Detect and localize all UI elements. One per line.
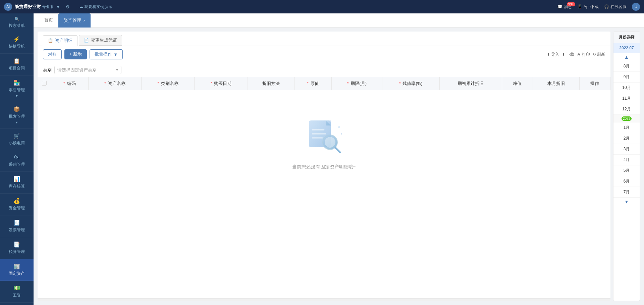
tab-home[interactable]: 首页 — [39, 13, 58, 28]
filter-select[interactable]: 请选择固定资产类别 — [54, 66, 121, 74]
th-net-value: 净值 — [502, 77, 533, 90]
sidebar-item-project[interactable]: 📋 项目合同 — [0, 54, 34, 75]
import-button[interactable]: ⬇ 导入 — [547, 52, 559, 57]
sidebar-item-inventory[interactable]: 📊 库存核算 — [0, 172, 34, 194]
voucher-tab-icon: 📄 — [84, 38, 89, 43]
month-panel-scroll-down[interactable]: ▼ — [613, 198, 640, 206]
sub-tab-detail[interactable]: 📋 资产明细 — [43, 35, 77, 46]
svg-point-7 — [325, 137, 335, 148]
filter-label: 类别 — [43, 67, 52, 73]
top-bar: Ai 畅捷通好业财 专业版 ▼ ⚙ ☁ 我要看实例演示 💬 消息 99+ 📱 A… — [0, 0, 644, 13]
add-new-button[interactable]: + 新增 — [64, 49, 87, 59]
month-item-1[interactable]: 1月 — [613, 122, 640, 133]
print-button[interactable]: 🖨 打印 — [577, 52, 590, 57]
toolbar: 对账 + 新增 批量操作 ▼ ⬇ 导入 ⬇ 下载 — [38, 46, 610, 63]
year-badge: 2023 — [622, 116, 632, 121]
sidebar-item-invoice[interactable]: 🧾 发票管理 — [0, 215, 34, 237]
sidebar-item-assets[interactable]: 🏢 固定资产 — [0, 259, 34, 281]
batch-ops-button[interactable]: 批量操作 ▼ — [90, 49, 123, 59]
required-mark: * — [104, 81, 106, 86]
month-item-2[interactable]: 2月 — [613, 133, 640, 144]
download-icon: ⬇ — [562, 52, 565, 57]
toolbar-actions: ⬇ 导入 ⬇ 下载 🖨 打印 ↻ 刷新 — [547, 52, 605, 57]
app-download-button[interactable]: 📱 App下载 — [577, 4, 599, 10]
message-badge: 99+ — [567, 2, 575, 6]
required-mark: * — [63, 81, 65, 86]
required-mark: * — [157, 81, 159, 86]
month-item-5[interactable]: 5月 — [613, 165, 640, 176]
download-icon: 📱 — [577, 4, 582, 9]
filter-select-wrapper: 请选择固定资产类别 — [54, 66, 121, 74]
month-item-11[interactable]: 11月 — [613, 93, 640, 104]
download-button[interactable]: ⬇ 下载 — [562, 52, 574, 57]
required-mark: * — [307, 81, 309, 86]
month-item-12[interactable]: 12月 — [613, 104, 640, 115]
th-checkbox — [38, 77, 51, 90]
sidebar-item-salary[interactable]: 💵 工资 — [0, 281, 34, 303]
header-checkbox[interactable] — [42, 81, 47, 86]
sidebar-item-retail[interactable]: 🏪 零售管理 ▼ — [0, 75, 34, 102]
th-residual-rate: * 残值率(%) — [382, 77, 439, 90]
assets-table: * 编码 * 资产名称 * 类别名称 — [38, 77, 610, 197]
month-panel-current[interactable]: 2022.07 — [613, 43, 640, 53]
sub-tab-voucher[interactable]: 📄 变更生成凭证 — [79, 35, 122, 46]
expand-icon: ▼ — [15, 94, 18, 98]
svg-line-8 — [335, 148, 340, 152]
sidebar-item-wholesale[interactable]: 📦 批发管理 ▼ — [0, 102, 34, 129]
month-item-3[interactable]: 3月 — [613, 144, 640, 155]
detail-tab-icon: 📋 — [48, 38, 53, 43]
salary-icon: 💵 — [13, 285, 20, 291]
th-period: * 期限(月) — [332, 77, 382, 90]
month-item-10[interactable]: 10月 — [613, 83, 640, 93]
top-bar-left: Ai 畅捷通好业财 专业版 ▼ ⚙ ☁ 我要看实例演示 — [4, 3, 557, 11]
svg-point-10 — [341, 133, 342, 135]
company-dropdown[interactable]: ▼ — [56, 4, 60, 9]
content-area: 首页 资产管理 × 📋 资产明细 📄 变更生成凭证 — [34, 13, 644, 305]
sidebar-search[interactable]: 🔍 搜索菜单 — [0, 13, 34, 32]
company-title: 畅捷通好业财 专业版 — [15, 4, 53, 10]
empty-state: 当前您还没有固定资产明细哦~ — [38, 90, 610, 197]
tab-bar: 首页 资产管理 × — [34, 13, 644, 28]
month-item-9[interactable]: 9月 — [613, 72, 640, 83]
sidebar-item-finance[interactable]: 💰 资金管理 — [0, 194, 34, 215]
message-button[interactable]: 💬 消息 99+ — [557, 4, 572, 10]
ecommerce-icon: 🛒 — [13, 133, 20, 139]
user-avatar[interactable]: U — [632, 3, 640, 11]
settings-icon[interactable]: ⚙ — [66, 4, 70, 9]
th-accumulated-dep: 期初累计折旧 — [439, 77, 502, 90]
purchase-icon: 🛍 — [14, 154, 19, 160]
refresh-icon: ↻ — [593, 52, 596, 57]
empty-text: 当前您还没有固定资产明细哦~ — [292, 164, 356, 170]
month-item-7[interactable]: 7月 — [613, 187, 640, 198]
refresh-button[interactable]: ↻ 刷新 — [593, 52, 605, 57]
tab-assets-mgmt[interactable]: 资产管理 × — [58, 13, 91, 28]
sidebar-item-operations[interactable]: 📈 经营管理 — [0, 303, 34, 305]
month-item-8[interactable]: 8月 — [613, 61, 640, 72]
required-mark: * — [347, 81, 349, 86]
main-layout: 🔍 搜索菜单 ⚡ 快捷导航 📋 项目合同 🏪 零售管理 ▼ 📦 批发管理 ▼ 🛒… — [0, 13, 644, 305]
month-item-6[interactable]: 6月 — [613, 176, 640, 187]
table-container: * 编码 * 资产名称 * 类别名称 — [38, 77, 610, 298]
sidebar: 🔍 搜索菜单 ⚡ 快捷导航 📋 项目合同 🏪 零售管理 ▼ 📦 批发管理 ▼ 🛒… — [0, 13, 34, 305]
bottom-scrollbar[interactable] — [38, 298, 610, 301]
svg-rect-2 — [326, 120, 331, 125]
th-operation: 操作 — [579, 77, 610, 90]
month-panel: 月份选择 2022.07 ▲ 8月 9月 10月 11月 12月 2023 1月… — [613, 32, 640, 301]
sidebar-item-quick-nav[interactable]: ⚡ 快捷导航 — [0, 32, 34, 54]
tab-close-icon[interactable]: × — [83, 18, 85, 22]
month-item-4[interactable]: 4月 — [613, 155, 640, 165]
month-panel-scroll-up[interactable]: ▲ — [613, 53, 640, 61]
online-service-button[interactable]: 🎧 在线客服 — [604, 4, 627, 10]
reconcile-button[interactable]: 对账 — [43, 49, 62, 59]
sidebar-item-ecommerce[interactable]: 🛒 小畅电商 — [0, 129, 34, 150]
assets-icon: 🏢 — [13, 263, 20, 269]
sidebar-item-tax[interactable]: 📑 税务管理 — [0, 237, 34, 259]
page-content: 📋 资产明细 📄 变更生成凭证 对账 + 新增 批量操作 ▼ — [34, 28, 644, 305]
filter-row: 类别 请选择固定资产类别 — [38, 63, 610, 77]
sidebar-item-purchase[interactable]: 🛍 采购管理 — [0, 150, 34, 172]
th-purchase-date: * 购买日期 — [195, 77, 248, 90]
tax-icon: 📑 — [13, 241, 20, 248]
empty-state-row: 当前您还没有固定资产明细哦~ — [38, 90, 610, 197]
search-icon: 🔍 — [14, 17, 19, 21]
demo-link[interactable]: ☁ 我要看实例演示 — [79, 4, 112, 10]
